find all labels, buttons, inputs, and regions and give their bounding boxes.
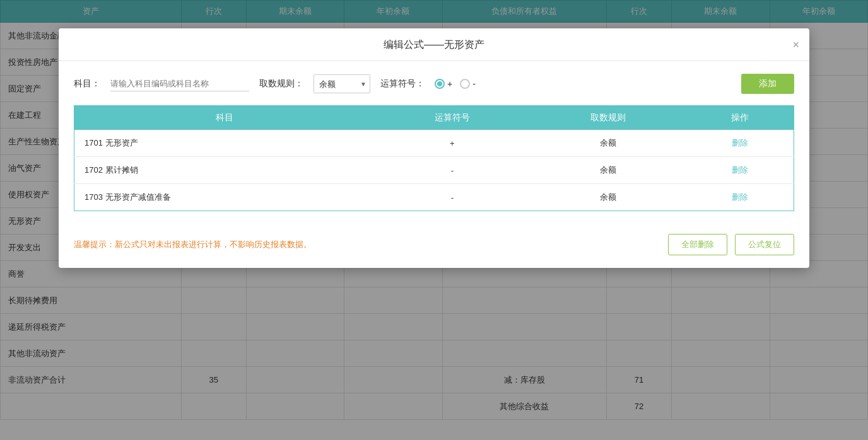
modal-title: 编辑公式——无形资产 [384,39,484,50]
th-subject: 科目 [74,106,375,130]
table-row: 1702 累计摊销-余额删除 [74,157,794,184]
rule-label: 取数规则： [259,78,303,90]
reset-button[interactable]: 公式复位 [735,234,794,255]
rule-select[interactable]: 余额 借方 贷方 [314,74,370,93]
radio-plus-circle [435,79,445,89]
row-subject-0: 1701 无形资产 [74,130,375,157]
modal-close-button[interactable]: × [792,39,799,50]
subject-input[interactable] [110,76,249,91]
table-header-row: 科目 运算符号 取数规则 操作 [74,106,794,130]
operator-label: 运算符号： [380,78,425,90]
formula-table: 科目 运算符号 取数规则 操作 1701 无形资产+余额删除1702 累计摊销-… [74,105,794,211]
modal-footer: 温馨提示：新公式只对未出报表进行计算，不影响历史报表数据。 全部删除 公式复位 [59,224,809,268]
row-subject-1: 1702 累计摊销 [74,157,375,184]
operator-radio-group: + - [435,79,476,89]
row-operator-1: - [374,157,531,184]
delete-all-button[interactable]: 全部删除 [668,234,727,255]
radio-minus[interactable]: - [460,79,476,89]
footer-buttons: 全部删除 公式复位 [668,234,794,255]
th-rule: 取数规则 [531,106,687,130]
radio-minus-label: - [472,79,476,89]
modal-dialog: 编辑公式——无形资产 × 科目： 取数规则： 余额 借方 贷方 ▼ [59,28,809,268]
delete-button-2[interactable]: 删除 [732,192,748,202]
row-operator-2: - [374,184,531,211]
row-rule-2: 余额 [531,184,687,211]
modal-header: 编辑公式——无形资产 × [59,28,809,61]
th-action: 操作 [686,106,794,130]
table-row: 1701 无形资产+余额删除 [74,130,794,157]
footer-tip: 温馨提示：新公式只对未出报表进行计算，不影响历史报表数据。 [74,239,312,250]
row-rule-0: 余额 [531,130,687,157]
row-rule-1: 余额 [531,157,687,184]
add-button[interactable]: 添加 [741,74,794,94]
delete-button-0[interactable]: 删除 [732,138,748,148]
table-row: 1703 无形资产减值准备-余额删除 [74,184,794,211]
modal-overlay: 编辑公式——无形资产 × 科目： 取数规则： 余额 借方 贷方 ▼ [0,0,868,440]
radio-plus-label: + [447,79,452,89]
radio-plus[interactable]: + [435,79,452,89]
radio-minus-circle [460,79,470,89]
form-row: 科目： 取数规则： 余额 借方 贷方 ▼ 运算符号： [74,74,794,94]
subject-label: 科目： [74,78,100,90]
row-action-2: 删除 [686,184,794,211]
delete-button-1[interactable]: 删除 [732,165,748,175]
row-operator-0: + [374,130,531,157]
th-operator: 运算符号 [374,106,531,130]
row-action-0: 删除 [686,130,794,157]
row-subject-2: 1703 无形资产减值准备 [74,184,375,211]
row-action-1: 删除 [686,157,794,184]
modal-body: 科目： 取数规则： 余额 借方 贷方 ▼ 运算符号： [59,61,809,224]
rule-select-wrap: 余额 借方 贷方 ▼ [314,74,370,93]
